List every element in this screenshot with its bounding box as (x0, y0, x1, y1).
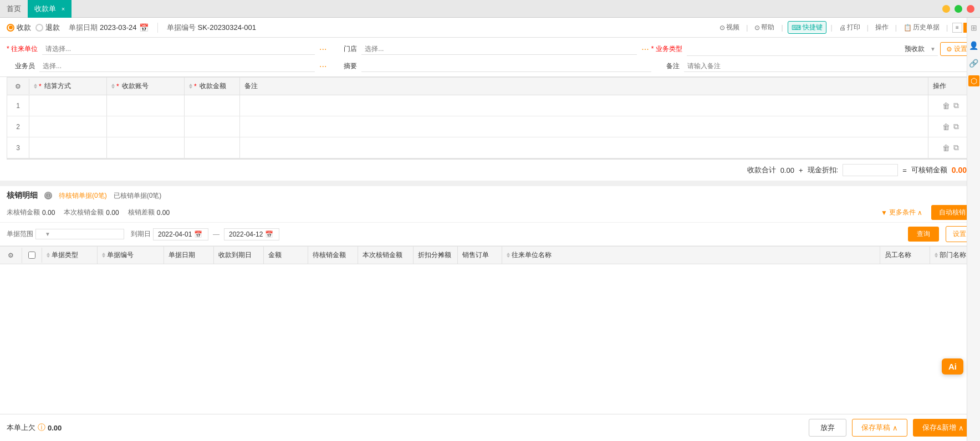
save-new-button[interactable]: 保存&新增 ∧ (913, 419, 973, 437)
sidebar-table-icon[interactable]: ⊞ (968, 22, 979, 33)
tab-receipt[interactable]: 收款单 × (28, 0, 72, 18)
layout-list-icon[interactable]: ≡ (952, 23, 962, 33)
td-amount-3[interactable] (185, 137, 240, 158)
td-remark-2[interactable] (240, 116, 928, 137)
sidebar-contact-icon[interactable]: 👤 (968, 40, 979, 51)
th-account: * 收款账号 (107, 78, 185, 95)
prev-info-icon[interactable]: ⓘ (38, 423, 45, 433)
store-more-icon[interactable]: ··· (639, 45, 651, 54)
shortcut-icon: ⌨ (792, 24, 801, 32)
copy-icon-2[interactable]: ⧉ (953, 122, 959, 131)
sidebar-link-icon[interactable]: 🔗 (968, 58, 979, 69)
biz-type-chevron-icon[interactable]: ▼ (928, 46, 938, 52)
btb-checkbox-all[interactable] (22, 248, 42, 263)
operation-btn[interactable]: 操作 (873, 22, 891, 33)
due-from-input[interactable]: 2022-04-01 📅 (153, 228, 208, 240)
td-settle-3[interactable] (29, 137, 107, 158)
history-btn[interactable]: 📋 历史单据 (901, 22, 942, 33)
sidebar-scan-icon[interactable]: ⬡ (968, 75, 979, 86)
history-icon: 📋 (904, 24, 912, 32)
delete-icon-1[interactable]: 🗑 (942, 101, 950, 110)
counterparty-input[interactable] (42, 43, 315, 55)
done-tab[interactable]: 已核销单据(0笔) (114, 191, 162, 201)
verification-info-icon[interactable]: ⓘ (44, 192, 52, 199)
td-account-3[interactable] (107, 137, 185, 158)
minimize-button[interactable] (942, 5, 950, 13)
calendar-icon[interactable]: 📅 (139, 23, 149, 32)
sort-doc-num-icon[interactable] (102, 253, 105, 258)
sort-settle-icon[interactable] (34, 84, 37, 89)
staff-input[interactable] (39, 60, 315, 72)
td-account-2[interactable] (107, 116, 185, 137)
gear-icon: ⚙ (946, 45, 952, 53)
staff-more-icon[interactable]: ··· (317, 62, 329, 71)
close-button[interactable] (967, 5, 974, 13)
copy-icon-1[interactable]: ⧉ (953, 101, 959, 110)
sort-doc-type-icon[interactable] (47, 253, 50, 258)
more-conditions-btn[interactable]: ▼ 更多条件 ∧ (881, 208, 922, 217)
td-settle-1[interactable] (29, 95, 107, 116)
radio-refund[interactable]: 退款 (35, 23, 60, 33)
delete-icon-3[interactable]: 🗑 (942, 143, 950, 152)
pending-tab[interactable]: 待核销单据(0笔) (59, 191, 107, 201)
abandon-button[interactable]: 放弃 (809, 419, 846, 437)
due-to-calendar-icon[interactable]: 📅 (265, 230, 273, 238)
td-amount-1[interactable] (185, 95, 240, 116)
print-icon: 🖨 (839, 24, 846, 32)
cash-discount-input[interactable] (843, 164, 898, 176)
sort-dept-icon[interactable] (935, 253, 938, 258)
scope-chevron-icon[interactable]: ▼ (43, 231, 53, 237)
btb-dept-label: 部门名称 (940, 250, 966, 260)
total-value: 0.00 (780, 166, 794, 175)
ai-badge[interactable]: Ai (942, 358, 963, 375)
video-btn[interactable]: ⊙ 视频 (717, 22, 742, 33)
td-account-1[interactable] (107, 95, 185, 116)
sort-down-icon (102, 255, 105, 258)
td-remark-1[interactable] (240, 95, 928, 116)
diff-value: 0.00 (157, 209, 170, 217)
notes-input[interactable] (684, 60, 973, 72)
save-draft-button[interactable]: 保存草稿 ∧ (852, 419, 907, 437)
maximize-button[interactable] (955, 5, 962, 13)
right-sidebar: ⊞ 👤 🔗 ⬡ (967, 18, 980, 441)
shortcut-btn[interactable]: ⌨ 快捷键 (788, 21, 826, 34)
table-gear-icon[interactable]: ⚙ (7, 79, 29, 94)
due-to-input[interactable]: 2022-04-12 📅 (224, 228, 279, 240)
copy-icon-3[interactable]: ⧉ (953, 143, 959, 152)
td-settle-2[interactable] (29, 116, 107, 137)
store-input[interactable] (361, 43, 637, 55)
tab-close-icon[interactable]: × (62, 6, 65, 12)
print-btn[interactable]: 🖨 打印 (837, 22, 862, 33)
date-field: 单据日期 2023-03-24 📅 (69, 23, 149, 33)
counterparty-more-icon[interactable]: ··· (317, 45, 329, 54)
delete-icon-2[interactable]: 🗑 (942, 122, 950, 131)
staff-label: 业务员 (7, 61, 37, 71)
sort-counterparty-icon[interactable] (507, 253, 510, 258)
save-new-chevron-icon: ∧ (958, 424, 964, 432)
query-button[interactable]: 查询 (908, 227, 939, 242)
main-container: 收款 退款 单据日期 2023-03-24 📅 单据编号 SK-20230324… (0, 18, 980, 441)
th-amount-label: 收款金额 (200, 81, 226, 91)
tab-home[interactable]: 首页 (0, 0, 28, 18)
td-remark-3[interactable] (240, 137, 928, 158)
btb-pending: 待核销金额 (308, 247, 358, 264)
summary-input[interactable] (361, 60, 651, 72)
operation-label: 操作 (875, 23, 889, 32)
biz-type-select[interactable]: 预收款 ▼ (687, 43, 938, 56)
store-field: 门店 ··· (329, 43, 651, 55)
divider-3: | (781, 24, 783, 32)
scope-select[interactable]: ▼ (35, 229, 124, 239)
due-from-calendar-icon[interactable]: 📅 (194, 230, 202, 238)
sort-account-icon[interactable] (111, 84, 115, 89)
biz-type-input[interactable] (687, 43, 901, 54)
current-verify-value: 0.00 (106, 209, 119, 217)
td-amount-2[interactable] (185, 116, 240, 137)
radio-receipt[interactable]: 收款 (7, 23, 31, 33)
help-btn[interactable]: ⊙ 帮助 (752, 22, 777, 33)
date-value: 2023-03-24 (100, 23, 137, 32)
counterparty-field: * 往来单位 ··· (7, 43, 329, 55)
history-label: 历史单据 (913, 23, 940, 32)
sort-amount-icon[interactable] (189, 84, 192, 89)
select-all-checkbox[interactable] (28, 252, 35, 259)
btb-gear-icon[interactable]: ⚙ (0, 248, 22, 263)
